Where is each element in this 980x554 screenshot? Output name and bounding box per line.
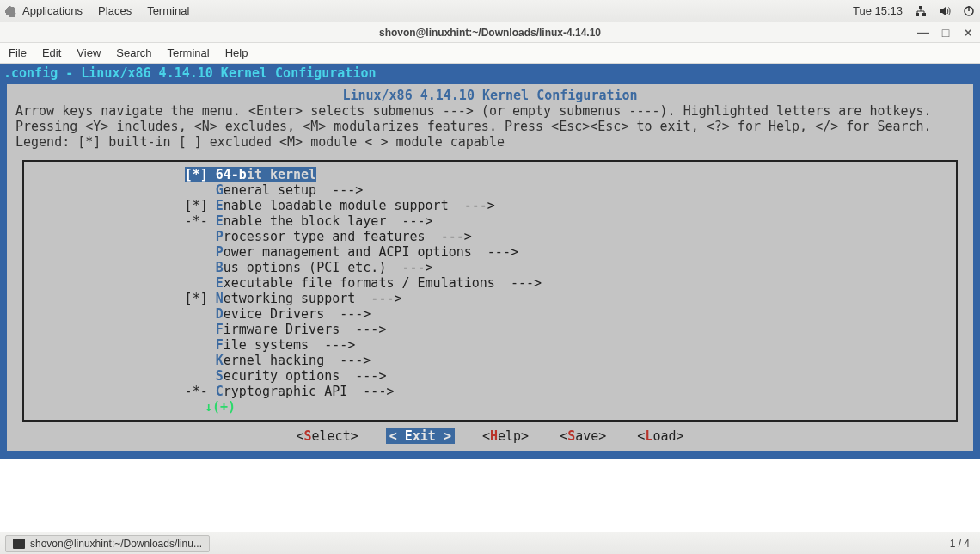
- volume-icon[interactable]: [939, 5, 951, 17]
- kconfig-menu-item[interactable]: Security options --->: [24, 368, 956, 384]
- kconfig-help-button[interactable]: <Help>: [479, 428, 532, 444]
- kconfig-title-line: .config - Linux/x86 4.14.10 Kernel Confi…: [0, 64, 980, 83]
- gnome-top-panel: Applications Places Terminal Tue 15:13: [0, 0, 980, 22]
- kconfig-menu-list[interactable]: [*] 64-bit kernel General setup ---> [*]…: [22, 160, 958, 422]
- menu-help[interactable]: Help: [225, 46, 248, 59]
- menu-search[interactable]: Search: [116, 46, 151, 59]
- kconfig-button-row: <Select>< Exit ><Help><Save><Load>: [10, 422, 970, 447]
- gnome-bottom-panel: shovon@linuxhint:~/Downloads/linu... 1 /…: [0, 532, 980, 554]
- clock-label[interactable]: Tue 15:13: [853, 4, 903, 17]
- kconfig-help-text: Arrow keys navigate the menu. <Enter> se…: [10, 103, 970, 155]
- workspace-indicator[interactable]: 1 / 4: [945, 538, 975, 550]
- menu-terminal[interactable]: Terminal: [168, 46, 210, 59]
- window-maximize-button[interactable]: □: [939, 26, 952, 40]
- terminal-viewport: .config - Linux/x86 4.14.10 Kernel Confi…: [0, 64, 980, 459]
- power-icon[interactable]: [963, 5, 975, 17]
- svg-rect-1: [922, 13, 926, 16]
- kconfig-dialog: Linux/x86 4.14.10 Kernel Configuration A…: [7, 84, 973, 451]
- kconfig-select-button[interactable]: <Select>: [292, 428, 361, 444]
- kconfig-menu-item[interactable]: Firmware Drivers --->: [24, 322, 956, 337]
- kconfig-menu-item[interactable]: Bus options (PCI etc.) --->: [24, 260, 956, 275]
- kconfig-exit-button[interactable]: < Exit >: [386, 428, 455, 444]
- kconfig-save-button[interactable]: <Save>: [556, 428, 609, 444]
- gnome-apps-menu[interactable]: Applications: [5, 4, 83, 17]
- kconfig-menu-item[interactable]: Kernel hacking --->: [24, 353, 956, 368]
- gnome-foot-icon: [5, 5, 17, 17]
- kconfig-menu-item[interactable]: -*- Cryptographic API --->: [24, 384, 956, 399]
- kconfig-menu-item[interactable]: Power management and ACPI options --->: [24, 244, 956, 260]
- kconfig-more-indicator: ↓(+): [24, 399, 956, 415]
- terminal-menu-bar: File Edit View Search Terminal Help: [0, 43, 980, 64]
- svg-rect-0: [916, 13, 919, 16]
- gnome-terminal-menu[interactable]: Terminal: [147, 4, 189, 17]
- kconfig-menu-item[interactable]: General setup --->: [24, 182, 956, 198]
- window-close-button[interactable]: ×: [961, 26, 975, 40]
- menu-edit[interactable]: Edit: [42, 46, 61, 59]
- window-titlebar: shovon@linuxhint:~/Downloads/linux-4.14.…: [0, 22, 980, 43]
- window-minimize-button[interactable]: —: [916, 26, 930, 40]
- kconfig-menu-item[interactable]: [*] Networking support --->: [24, 291, 956, 306]
- gnome-places-menu[interactable]: Places: [98, 4, 132, 17]
- kconfig-menu-item[interactable]: File systems --->: [24, 337, 956, 353]
- menu-file[interactable]: File: [9, 46, 27, 59]
- taskbar-entry[interactable]: shovon@linuxhint:~/Downloads/linu...: [5, 535, 210, 552]
- kconfig-menu-item[interactable]: -*- Enable the block layer --->: [24, 213, 956, 229]
- taskbar-label: shovon@linuxhint:~/Downloads/linu...: [30, 538, 202, 550]
- window-title: shovon@linuxhint:~/Downloads/linux-4.14.…: [379, 27, 601, 39]
- kconfig-menu-item[interactable]: Device Drivers --->: [24, 306, 956, 322]
- terminal-icon: [13, 539, 25, 549]
- menu-view[interactable]: View: [77, 46, 101, 59]
- kconfig-menu-item[interactable]: Executable file formats / Emulations ---…: [24, 275, 956, 291]
- kconfig-menu-item[interactable]: Processor type and features --->: [24, 229, 956, 244]
- network-icon[interactable]: [915, 5, 927, 17]
- kconfig-header: Linux/x86 4.14.10 Kernel Configuration: [10, 88, 970, 103]
- kconfig-menu-item[interactable]: [*] 64-bit kernel: [24, 167, 956, 182]
- kconfig-load-button[interactable]: <Load>: [634, 428, 687, 444]
- svg-rect-2: [919, 6, 922, 9]
- kconfig-menu-item[interactable]: [*] Enable loadable module support --->: [24, 198, 956, 213]
